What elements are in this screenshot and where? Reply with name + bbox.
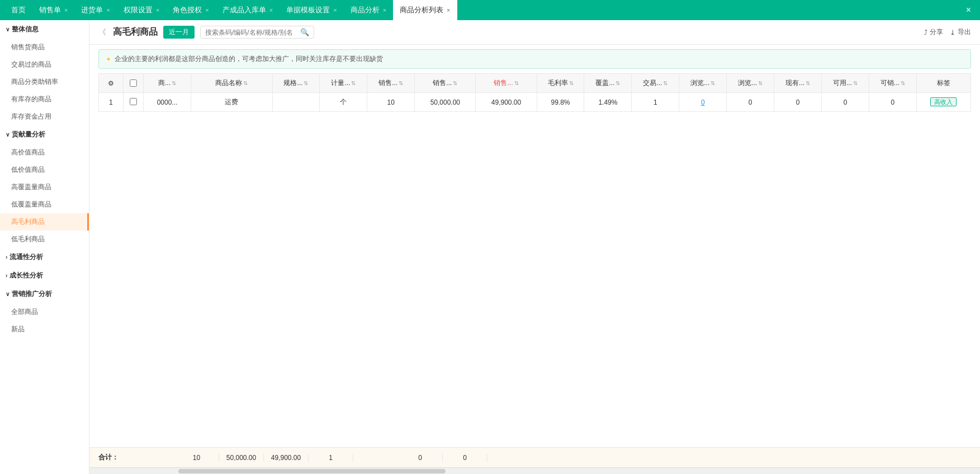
window-close-button[interactable]: × bbox=[962, 5, 976, 15]
close-icon[interactable]: × bbox=[269, 7, 273, 13]
sidebar-item-stock-capital[interactable]: 库存资金占用 bbox=[0, 108, 89, 125]
cell-gross-rate: 99.8% bbox=[537, 93, 584, 112]
sidebar-item-high-value[interactable]: 高价值商品 bbox=[0, 144, 89, 161]
sidebar-item-high-gross[interactable]: 高毛利商品 bbox=[0, 213, 89, 231]
sidebar-item-low-coverage[interactable]: 低覆盖量商品 bbox=[0, 196, 89, 213]
sidebar-group-overall[interactable]: ∨ 整体信息 bbox=[0, 20, 89, 39]
sort-icon: ⇅ bbox=[569, 80, 574, 86]
chevron-down-icon: ∨ bbox=[6, 132, 10, 138]
chevron-down-icon: ∨ bbox=[6, 26, 10, 32]
sort-icon: ⇅ bbox=[711, 80, 715, 86]
col-checkbox[interactable] bbox=[123, 74, 143, 93]
sort-icon: ⇅ bbox=[172, 80, 176, 86]
nav-purchase-order[interactable]: 进货单 × bbox=[74, 0, 116, 20]
close-icon[interactable]: × bbox=[205, 7, 209, 13]
sidebar-item-traded-goods[interactable]: 交易过的商品 bbox=[0, 56, 89, 73]
sort-icon: ⇅ bbox=[453, 80, 457, 86]
col-sales-amount[interactable]: 销售...⇅ bbox=[415, 74, 476, 93]
sidebar-item-in-stock[interactable]: 有库存的商品 bbox=[0, 91, 89, 108]
sort-icon: ⇅ bbox=[399, 80, 403, 86]
nav-home[interactable]: 首页 bbox=[4, 0, 32, 20]
col-transactions[interactable]: 交易...⇅ bbox=[632, 74, 679, 93]
sidebar-item-new-goods[interactable]: 新品 bbox=[0, 321, 89, 338]
col-name[interactable]: 商品名称⇅ bbox=[191, 74, 272, 93]
content-area: 《 高毛利商品 近一月 🔍 ⤴ 分享 ⤓ 导出 ✦ 企业的主要的利润都是这部 bbox=[89, 20, 980, 474]
cell-checkbox[interactable] bbox=[123, 93, 143, 112]
data-table: ⚙ 商...⇅ 商品名称⇅ 规格...⇅ bbox=[98, 73, 971, 112]
export-button[interactable]: ⤓ 导出 bbox=[950, 27, 971, 37]
cell-tag: 高收入 bbox=[916, 93, 970, 112]
nav-product-stock[interactable]: 产成品入库单 × bbox=[216, 0, 280, 20]
sidebar-item-sales-goods[interactable]: 销售货商品 bbox=[0, 39, 89, 56]
sort-icon: ⇅ bbox=[304, 80, 308, 86]
top-navigation: 首页 销售单 × 进货单 × 权限设置 × 角色授权 × 产成品入库单 × 单据… bbox=[0, 0, 980, 20]
col-sales-profit[interactable]: 销售...⇅ bbox=[476, 74, 537, 93]
col-code[interactable]: 商...⇅ bbox=[144, 74, 191, 93]
col-gross-rate[interactable]: 毛利率⇅ bbox=[537, 74, 584, 93]
col-available[interactable]: 可用...⇅ bbox=[822, 74, 869, 93]
col-settings[interactable]: ⚙ bbox=[99, 74, 124, 93]
horizontal-scrollbar[interactable] bbox=[89, 467, 980, 474]
table-header-row: ⚙ 商...⇅ 商品名称⇅ 规格...⇅ bbox=[99, 74, 971, 93]
nav-sales-order[interactable]: 销售单 × bbox=[32, 0, 74, 20]
nav-product-analysis-list[interactable]: 商品分析列表 × bbox=[393, 0, 457, 20]
summary-transactions: 1 bbox=[309, 454, 353, 462]
summary-available: 0 bbox=[398, 454, 443, 462]
cell-sellable: 0 bbox=[869, 93, 916, 112]
share-button[interactable]: ⤴ 分享 bbox=[924, 27, 943, 37]
cell-browse1[interactable]: 0 bbox=[679, 93, 727, 112]
col-sellable[interactable]: 可销...⇅ bbox=[869, 74, 916, 93]
export-icon: ⤓ bbox=[950, 29, 955, 36]
close-icon[interactable]: × bbox=[106, 7, 110, 13]
col-spec[interactable]: 规格...⇅ bbox=[272, 74, 320, 93]
cell-available: 0 bbox=[822, 93, 869, 112]
info-icon: ✦ bbox=[106, 55, 111, 63]
close-icon[interactable]: × bbox=[447, 7, 450, 13]
summary-sales-qty-val: 10 bbox=[174, 454, 219, 462]
sidebar-group-growth[interactable]: › 成长性分析 bbox=[0, 266, 89, 285]
chevron-down-icon: ∨ bbox=[6, 291, 10, 297]
col-unit[interactable]: 计量...⇅ bbox=[320, 74, 367, 93]
sidebar: ∨ 整体信息 销售货商品 交易过的商品 商品分类助销率 有库存的商品 库存资金占… bbox=[0, 20, 89, 474]
sort-icon: ⇅ bbox=[758, 80, 763, 86]
search-input[interactable] bbox=[205, 29, 300, 36]
col-browse1[interactable]: 浏览...⇅ bbox=[679, 74, 727, 93]
filter-recent-month-button[interactable]: 近一月 bbox=[163, 26, 195, 39]
cell-current-stock: 0 bbox=[774, 93, 822, 112]
sidebar-item-low-gross[interactable]: 低毛利商品 bbox=[0, 231, 89, 248]
close-icon[interactable]: × bbox=[383, 7, 386, 13]
col-tag[interactable]: 标签 bbox=[916, 74, 970, 93]
col-coverage[interactable]: 覆盖...⇅ bbox=[584, 74, 632, 93]
sort-icon: ⇅ bbox=[663, 80, 667, 86]
nav-product-analysis[interactable]: 商品分析 × bbox=[344, 0, 393, 20]
close-icon[interactable]: × bbox=[333, 7, 337, 13]
cell-sales-profit: 49,900.00 bbox=[476, 93, 537, 112]
summary-sales-amount: 50,000.00 bbox=[219, 454, 264, 462]
cell-code: 0000... bbox=[144, 93, 191, 112]
nav-permission-settings[interactable]: 权限设置 × bbox=[117, 0, 166, 20]
nav-template-settings[interactable]: 单据模板设置 × bbox=[280, 0, 343, 20]
scrollbar-thumb[interactable] bbox=[178, 469, 446, 473]
summary-cells: 10 50,000.00 49,900.00 1 0 0 bbox=[130, 454, 487, 462]
sidebar-group-contribution[interactable]: ∨ 贡献量分析 bbox=[0, 125, 89, 144]
sidebar-item-low-value[interactable]: 低价值商品 bbox=[0, 161, 89, 179]
col-browse2[interactable]: 浏览...⇅ bbox=[727, 74, 774, 93]
sidebar-item-all-goods[interactable]: 全部商品 bbox=[0, 303, 89, 321]
col-sales-qty[interactable]: 销售...⇅ bbox=[367, 74, 415, 93]
cell-browse2: 0 bbox=[727, 93, 774, 112]
sidebar-item-high-coverage[interactable]: 高覆盖量商品 bbox=[0, 179, 89, 196]
col-current-stock[interactable]: 现有...⇅ bbox=[774, 74, 822, 93]
select-all-checkbox[interactable] bbox=[130, 79, 137, 87]
collapse-sidebar-button[interactable]: 《 bbox=[98, 27, 106, 37]
table-container[interactable]: ⚙ 商...⇅ 商品名称⇅ 规格...⇅ bbox=[98, 73, 971, 447]
sidebar-group-liquidity[interactable]: › 流通性分析 bbox=[0, 248, 89, 266]
nav-role-auth[interactable]: 角色授权 × bbox=[166, 0, 215, 20]
row-checkbox[interactable] bbox=[130, 98, 137, 105]
search-icon[interactable]: 🔍 bbox=[300, 28, 309, 36]
close-icon[interactable]: × bbox=[64, 7, 68, 13]
close-icon[interactable]: × bbox=[156, 7, 159, 13]
sort-icon: ⇅ bbox=[243, 80, 248, 86]
sidebar-group-marketing[interactable]: ∨ 营销推广分析 bbox=[0, 285, 89, 303]
sidebar-item-category-rate[interactable]: 商品分类助销率 bbox=[0, 73, 89, 91]
sort-icon: ⇅ bbox=[514, 80, 519, 86]
